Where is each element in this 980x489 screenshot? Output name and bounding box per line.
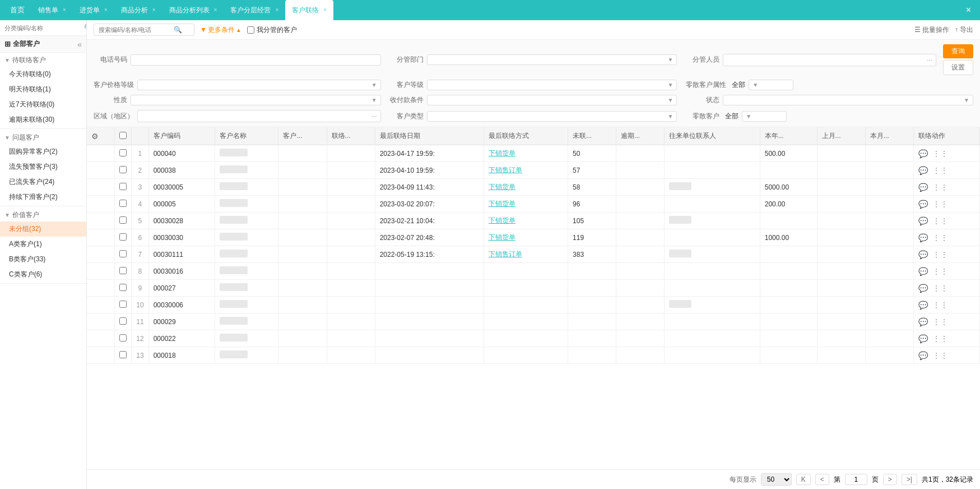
row-checkbox-10[interactable] bbox=[119, 301, 127, 308]
nav-tab-purchase[interactable]: 进货单× bbox=[73, 0, 114, 20]
tab-close-analysis[interactable]: × bbox=[152, 0, 156, 20]
cell-checkbox-7[interactable] bbox=[115, 246, 132, 263]
select-all-checkbox[interactable] bbox=[119, 132, 127, 139]
cell-checkbox-5[interactable] bbox=[115, 213, 132, 229]
more-action-icon-12[interactable]: ⋮⋮ bbox=[932, 334, 948, 343]
col-header-last-date[interactable]: 最后联络日期 bbox=[375, 127, 484, 145]
sidebar-collapse-icon[interactable]: « bbox=[77, 40, 82, 49]
filter-select-payment[interactable]: ▼ bbox=[427, 95, 677, 105]
sidebar-item-lost[interactable]: 已流失客户(24) bbox=[0, 174, 86, 190]
cell-last-way-2[interactable]: 下销售订单 bbox=[484, 162, 568, 179]
my-customers-checkbox[interactable] bbox=[247, 26, 254, 34]
sidebar-item-c-class[interactable]: C类客户(6) bbox=[0, 267, 86, 282]
row-checkbox-1[interactable] bbox=[119, 149, 127, 156]
cell-checkbox-11[interactable] bbox=[115, 313, 132, 330]
filter-select-customer-level[interactable]: ▼ bbox=[427, 80, 677, 90]
sidebar-item-a-class[interactable]: A类客户(1) bbox=[0, 237, 86, 252]
last-way-link-6[interactable]: 下销货单 bbox=[489, 233, 515, 241]
filter-select-customer-type[interactable]: ▼ bbox=[427, 111, 677, 122]
more-action-icon-3[interactable]: ⋮⋮ bbox=[932, 183, 948, 192]
page-number-input[interactable] bbox=[845, 474, 867, 485]
col-header-this-month[interactable]: 本月... bbox=[865, 127, 913, 145]
col-header-uncontact[interactable]: 未联... bbox=[568, 127, 616, 145]
first-page-btn[interactable]: K bbox=[796, 474, 811, 485]
last-way-link-2[interactable]: 下销售订单 bbox=[489, 166, 522, 174]
sidebar-item-ungroup[interactable]: 未分组(32) bbox=[0, 222, 86, 237]
cell-checkbox-10[interactable] bbox=[115, 297, 132, 313]
filter-search-input[interactable] bbox=[99, 26, 171, 33]
cell-checkbox-2[interactable] bbox=[115, 162, 132, 179]
contact-action-icon-12[interactable]: 💬 bbox=[918, 334, 928, 343]
col-header-checkbox[interactable] bbox=[115, 127, 132, 145]
col-header-type[interactable]: 客户... bbox=[278, 127, 327, 145]
sidebar-item-overdue[interactable]: 逾期未联络(30) bbox=[0, 112, 86, 127]
sidebar-item-today[interactable]: 今天待联络(0) bbox=[0, 67, 86, 82]
filter-select-region[interactable]: ··· bbox=[137, 110, 381, 122]
row-checkbox-12[interactable] bbox=[119, 334, 127, 342]
more-action-icon-10[interactable]: ⋮⋮ bbox=[932, 301, 948, 310]
more-action-icon-11[interactable]: ⋮⋮ bbox=[932, 317, 948, 326]
tab-close-customer-segment[interactable]: × bbox=[275, 0, 278, 20]
contact-action-icon-2[interactable]: 💬 bbox=[918, 166, 928, 175]
cell-checkbox-8[interactable] bbox=[115, 263, 132, 280]
next-page-btn[interactable]: > bbox=[883, 474, 897, 485]
last-way-link-1[interactable]: 下销货单 bbox=[489, 149, 515, 157]
last-way-link-3[interactable]: 下销货单 bbox=[489, 183, 515, 191]
export-btn[interactable]: ↑ 导出 bbox=[955, 25, 973, 35]
tab-close-customer-contact[interactable]: × bbox=[323, 0, 327, 20]
col-header-name[interactable]: 客户名称 bbox=[215, 127, 278, 145]
all-customers-header[interactable]: ⊞ 全部客户 « bbox=[0, 36, 86, 53]
sidebar-search-input[interactable] bbox=[4, 25, 82, 31]
settings-button[interactable]: 设置 bbox=[943, 60, 973, 75]
last-way-link-4[interactable]: 下销货单 bbox=[489, 200, 515, 207]
more-action-icon-8[interactable]: ⋮⋮ bbox=[932, 267, 948, 276]
filter-select-manager[interactable]: ··· bbox=[723, 54, 936, 66]
row-checkbox-13[interactable] bbox=[119, 351, 127, 358]
nav-tab-sales[interactable]: 销售单× bbox=[31, 0, 73, 20]
contact-action-icon-10[interactable]: 💬 bbox=[918, 301, 928, 310]
cell-last-way-1[interactable]: 下销货单 bbox=[484, 145, 568, 162]
row-checkbox-8[interactable] bbox=[119, 267, 127, 274]
nav-tab-customer-contact[interactable]: 客户联络× bbox=[285, 0, 333, 20]
cell-checkbox-13[interactable] bbox=[115, 347, 132, 364]
filter-select-scatter[interactable]: ▼ bbox=[742, 111, 787, 122]
filter-select-scatter-attr[interactable]: ▼ bbox=[749, 80, 793, 90]
sidebar-item-b-class[interactable]: B类客户(33) bbox=[0, 252, 86, 267]
tab-close-sales[interactable]: × bbox=[63, 0, 66, 20]
more-action-icon-4[interactable]: ⋮⋮ bbox=[932, 200, 948, 209]
filter-select-nature[interactable]: ▼ bbox=[131, 95, 381, 105]
table-settings-btn[interactable]: ⚙ bbox=[91, 132, 99, 141]
batch-ops-btn[interactable]: ☰ 批量操作 bbox=[914, 25, 949, 35]
cell-checkbox-9[interactable] bbox=[115, 280, 132, 297]
cell-checkbox-12[interactable] bbox=[115, 330, 132, 347]
contact-action-icon-4[interactable]: 💬 bbox=[918, 200, 928, 209]
more-action-icon-13[interactable]: ⋮⋮ bbox=[932, 351, 948, 360]
nav-tab-analysis[interactable]: 商品分析× bbox=[114, 0, 162, 20]
filter-select-dept[interactable]: ▼ bbox=[427, 54, 677, 65]
last-way-link-5[interactable]: 下销货单 bbox=[489, 216, 515, 224]
filter-more-btn[interactable]: ▼ 更多条件 ▲ bbox=[200, 25, 241, 35]
contact-action-icon-5[interactable]: 💬 bbox=[918, 216, 928, 225]
sidebar-item-purchase-abnormal[interactable]: 固购异常客户(2) bbox=[0, 144, 86, 159]
cell-last-way-3[interactable]: 下销货单 bbox=[484, 179, 568, 196]
sidebar-group-label-2[interactable]: ▼ 价值客户 bbox=[0, 207, 86, 222]
row-checkbox-4[interactable] bbox=[119, 200, 127, 207]
row-checkbox-7[interactable] bbox=[119, 250, 127, 257]
nav-tab-customer-segment[interactable]: 客户分层经营× bbox=[224, 0, 285, 20]
more-action-icon-7[interactable]: ⋮⋮ bbox=[932, 250, 948, 259]
cell-last-way-5[interactable]: 下销货单 bbox=[484, 213, 568, 229]
more-action-icon-1[interactable]: ⋮⋮ bbox=[932, 149, 948, 158]
more-action-icon-5[interactable]: ⋮⋮ bbox=[932, 216, 948, 225]
more-action-icon-2[interactable]: ⋮⋮ bbox=[932, 166, 948, 175]
row-checkbox-2[interactable] bbox=[119, 166, 127, 173]
sidebar-group-label-1[interactable]: ▼ 问题客户 bbox=[0, 130, 86, 144]
sidebar-group-label-0[interactable]: ▼ 待联络客户 bbox=[0, 53, 86, 67]
sidebar-item-lost-warning[interactable]: 流失预警客户(3) bbox=[0, 159, 86, 174]
window-close-button[interactable]: × bbox=[962, 5, 976, 15]
row-checkbox-5[interactable] bbox=[119, 216, 127, 224]
last-way-link-7[interactable]: 下销售订单 bbox=[489, 250, 522, 258]
prev-page-btn[interactable]: < bbox=[815, 474, 829, 485]
filter-select-price-level[interactable]: ▼ bbox=[137, 80, 381, 90]
nav-tab-analysis-list[interactable]: 商品分析列表× bbox=[162, 0, 224, 20]
row-checkbox-6[interactable] bbox=[119, 233, 127, 241]
